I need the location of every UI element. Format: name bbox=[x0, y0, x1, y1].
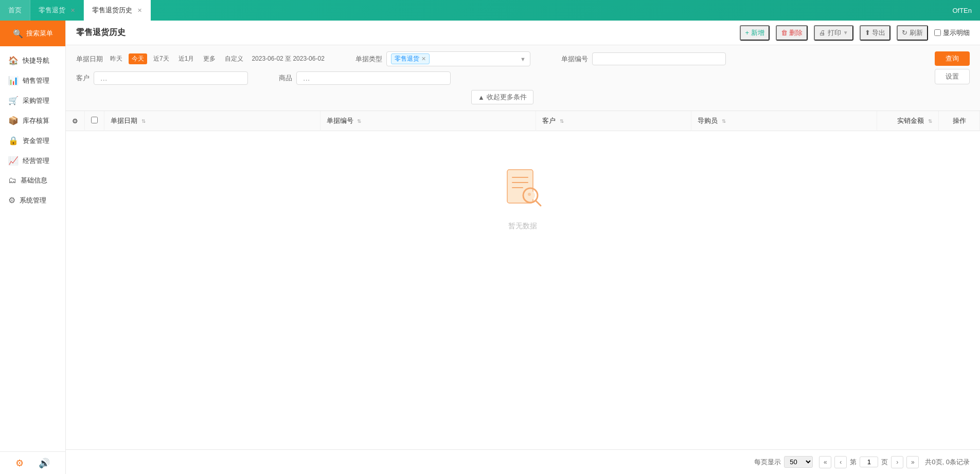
sidebar-search[interactable]: 🔍 搜索菜单 bbox=[0, 21, 65, 46]
new-button-label: + 新增 bbox=[745, 28, 764, 38]
refresh-button-label: ↻ 刷新 bbox=[902, 28, 923, 38]
sidebar-item-sales-mgmt[interactable]: 📊 销售管理 bbox=[0, 70, 65, 90]
sidebar-search-label: 搜索菜单 bbox=[26, 29, 53, 38]
per-page-label: 每页显示 bbox=[754, 458, 781, 467]
sales-icon: 📊 bbox=[8, 76, 19, 85]
svg-line-6 bbox=[536, 200, 541, 206]
collapse-button[interactable]: ▲ 收起更多条件 bbox=[471, 90, 533, 104]
sidebar-item-finance[interactable]: 🔒 资金管理 bbox=[0, 131, 65, 151]
voucher-type-select[interactable]: 零售退货 ✕ ▼ bbox=[386, 51, 530, 66]
date-option-1month[interactable]: 近1月 bbox=[175, 53, 198, 64]
main-layout: 🔍 搜索菜单 🏠 快捷导航 📊 销售管理 🛒 采购管理 📦 库存核算 🔒 bbox=[0, 21, 980, 474]
top-bar: 首页 零售退货 ✕ 零售退货历史 ✕ OfTEn bbox=[0, 0, 980, 21]
sidebar-item-basic-label: 基础信息 bbox=[21, 176, 47, 185]
col-number[interactable]: 单据编号 ⇅ bbox=[320, 111, 536, 131]
voucher-type-label: 单据类型 bbox=[355, 54, 382, 64]
tab-retail-return-history-label: 零售退货历史 bbox=[92, 6, 132, 15]
empty-cell: 暂无数据 bbox=[66, 131, 980, 262]
quick-nav-icon: 🏠 bbox=[8, 56, 19, 65]
goods-label: 商品 bbox=[279, 74, 292, 83]
export-button-label: ⬆ 导出 bbox=[865, 28, 886, 38]
page-last-button[interactable]: » bbox=[906, 456, 919, 468]
col-guide[interactable]: 导购员 ⇅ bbox=[691, 111, 877, 131]
date-option-7days[interactable]: 近7天 bbox=[150, 53, 172, 64]
sidebar-item-sales-label: 销售管理 bbox=[23, 76, 49, 85]
total-info: 共0页, 0条记录 bbox=[925, 458, 970, 467]
tab-retail-return[interactable]: 零售退货 ✕ bbox=[30, 0, 84, 21]
sidebar-item-purchase-mgmt[interactable]: 🛒 采购管理 bbox=[0, 90, 65, 111]
date-option-more[interactable]: 更多 bbox=[200, 53, 219, 64]
page-number-input[interactable] bbox=[860, 457, 878, 467]
table-body: 暂无数据 bbox=[66, 131, 980, 262]
col-date[interactable]: 单据日期 ⇅ bbox=[104, 111, 320, 131]
filter-goods: 商品 ... bbox=[279, 71, 451, 85]
sidebar-item-inventory[interactable]: 📦 库存核算 bbox=[0, 111, 65, 131]
empty-row: 暂无数据 bbox=[66, 131, 980, 262]
page-unit: 页 bbox=[881, 458, 888, 467]
sidebar-item-system-mgmt[interactable]: ⚙ 系统管理 bbox=[0, 190, 65, 210]
tab-retail-return-history[interactable]: 零售退货历史 ✕ bbox=[84, 0, 151, 21]
col-customer-label: 客户 bbox=[542, 117, 556, 124]
voucher-type-tag-close[interactable]: ✕ bbox=[421, 56, 426, 62]
refresh-button[interactable]: ↻ 刷新 bbox=[897, 25, 928, 41]
action-buttons: 查询 设置 bbox=[935, 51, 970, 84]
new-button[interactable]: + 新增 bbox=[740, 25, 769, 41]
display-detail-checkbox[interactable] bbox=[934, 29, 941, 36]
date-option-yesterday[interactable]: 昨天 bbox=[107, 53, 126, 64]
page-prev-button[interactable]: ‹ bbox=[834, 456, 847, 468]
date-option-today[interactable]: 今天 bbox=[129, 53, 147, 64]
per-page-select[interactable]: 10 20 50 100 bbox=[784, 456, 813, 468]
col-amount-sort-icon: ⇅ bbox=[928, 118, 932, 124]
goods-select[interactable]: ... bbox=[296, 71, 451, 85]
table-header-row: ⚙ 单据日期 ⇅ 单据编号 ⇅ 客户 bbox=[66, 111, 980, 131]
col-settings[interactable]: ⚙ bbox=[66, 111, 85, 131]
voucher-type-arrow-icon: ▼ bbox=[520, 56, 526, 62]
tab-home-label: 首页 bbox=[8, 6, 22, 15]
audio-icon[interactable]: 🔊 bbox=[39, 458, 50, 469]
col-date-sort-icon: ⇅ bbox=[141, 118, 146, 124]
customer-select[interactable]: ... bbox=[94, 71, 248, 85]
sidebar-item-quick-nav[interactable]: 🏠 快捷导航 bbox=[0, 50, 65, 70]
select-all-checkbox[interactable] bbox=[91, 117, 98, 123]
settings-bottom-icon[interactable]: ⚙ bbox=[15, 458, 24, 469]
page-label: 第 bbox=[850, 458, 857, 467]
filter-date: 单据日期 昨天 今天 近7天 近1月 更多 自定义 2023-06-02 至 2… bbox=[76, 53, 325, 64]
brand-label: OfTEn bbox=[952, 7, 980, 14]
sidebar-item-quick-nav-label: 快捷导航 bbox=[23, 56, 49, 65]
date-label: 单据日期 bbox=[76, 54, 103, 64]
svg-point-7 bbox=[528, 193, 531, 196]
delete-button-label: 🗑 删除 bbox=[781, 28, 803, 38]
empty-text: 暂无数据 bbox=[508, 222, 537, 231]
col-number-label: 单据编号 bbox=[327, 117, 353, 124]
filter-voucher-type: 单据类型 零售退货 ✕ ▼ bbox=[355, 51, 530, 66]
system-icon: ⚙ bbox=[8, 195, 15, 205]
date-option-custom[interactable]: 自定义 bbox=[222, 53, 246, 64]
voucher-number-input[interactable] bbox=[592, 52, 726, 65]
finance-icon: 🔒 bbox=[8, 136, 19, 145]
voucher-number-label: 单据编号 bbox=[561, 54, 588, 64]
sidebar-item-ops-mgmt[interactable]: 📈 经营管理 bbox=[0, 151, 65, 171]
search-icon: 🔍 bbox=[13, 29, 23, 39]
sidebar-item-system-label: 系统管理 bbox=[20, 196, 46, 205]
tab-retail-return-close[interactable]: ✕ bbox=[70, 7, 75, 14]
data-table: ⚙ 单据日期 ⇅ 单据编号 ⇅ 客户 bbox=[66, 111, 980, 262]
export-button[interactable]: ⬆ 导出 bbox=[860, 25, 891, 41]
sidebar-item-basic-info[interactable]: 🗂 基础信息 bbox=[0, 171, 65, 190]
page-next-button[interactable]: › bbox=[891, 456, 903, 468]
print-button[interactable]: 🖨 打印 ▼ bbox=[814, 25, 853, 41]
sidebar-item-ops-label: 经营管理 bbox=[23, 156, 49, 166]
tab-home[interactable]: 首页 bbox=[0, 0, 30, 21]
col-customer[interactable]: 客户 ⇅ bbox=[536, 111, 691, 131]
goods-placeholder: ... bbox=[303, 74, 310, 83]
page-first-button[interactable]: « bbox=[819, 456, 831, 468]
col-amount[interactable]: 实销金额 ⇅ bbox=[877, 111, 939, 131]
filter-wrapper: 单据日期 昨天 今天 近7天 近1月 更多 自定义 2023-06-02 至 2… bbox=[76, 51, 970, 104]
sidebar-menu: 🏠 快捷导航 📊 销售管理 🛒 采购管理 📦 库存核算 🔒 资金管理 📈 bbox=[0, 46, 65, 451]
delete-button[interactable]: 🗑 删除 bbox=[776, 25, 808, 41]
empty-state: 暂无数据 bbox=[66, 131, 980, 262]
filter-row-1: 单据日期 昨天 今天 近7天 近1月 更多 自定义 2023-06-02 至 2… bbox=[76, 51, 929, 66]
filter-settings-button[interactable]: 设置 bbox=[935, 69, 970, 84]
col-date-label: 单据日期 bbox=[111, 117, 137, 124]
tab-retail-return-history-close[interactable]: ✕ bbox=[137, 7, 142, 14]
query-button[interactable]: 查询 bbox=[935, 51, 970, 66]
